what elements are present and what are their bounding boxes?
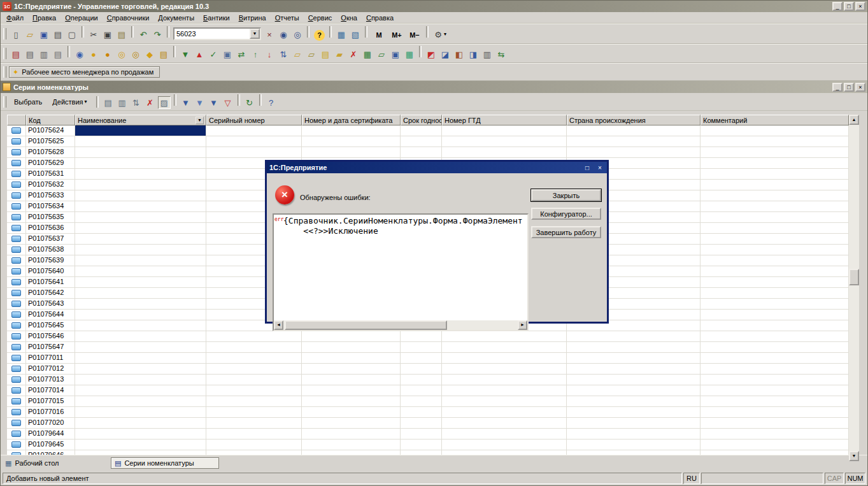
table-cell[interactable]: [701, 375, 849, 385]
spreadsheet-edit-icon[interactable]: ▧: [349, 29, 362, 41]
table-cell[interactable]: [701, 429, 849, 440]
row-selector-cell[interactable]: [7, 158, 26, 169]
table-cell[interactable]: [442, 125, 567, 136]
table-cell[interactable]: [701, 364, 849, 375]
combobox-dropdown-icon[interactable]: ▼: [250, 29, 260, 39]
workspace-tab[interactable]: ✦ Рабочее место менеджера по продажам: [9, 66, 160, 78]
row-selector-cell[interactable]: [7, 375, 26, 385]
table-cell[interactable]: [701, 169, 849, 180]
table-cell[interactable]: [701, 310, 849, 320]
table-cell[interactable]: [75, 320, 206, 331]
table-cell[interactable]: [567, 331, 701, 342]
table-cell-code[interactable]: P01075643: [26, 299, 75, 310]
table-cell[interactable]: [206, 396, 302, 407]
scroll-up-icon[interactable]: ▲: [849, 115, 859, 125]
row-selector-cell[interactable]: [7, 266, 26, 277]
table-cell-code[interactable]: P01075636: [26, 223, 75, 234]
row-selector-cell[interactable]: [7, 223, 26, 234]
row-selector-cell[interactable]: [7, 385, 26, 396]
customers-icon[interactable]: ◩: [425, 48, 438, 61]
filter-icon[interactable]: ▼: [180, 96, 192, 109]
price-document-icon[interactable]: ▤: [157, 48, 170, 61]
money-lock-icon[interactable]: ◎: [129, 48, 142, 61]
table-cell[interactable]: [442, 418, 567, 429]
table-cell[interactable]: [701, 245, 849, 255]
table-cell-code[interactable]: P01075647: [26, 342, 75, 353]
table-cell[interactable]: [75, 158, 206, 169]
counterparty-search-icon[interactable]: ◉: [73, 48, 86, 61]
menu-item-правка[interactable]: Правка: [28, 13, 60, 23]
table-cell[interactable]: [206, 429, 302, 440]
sort-icon[interactable]: ⇅: [130, 96, 143, 109]
table-cell-code[interactable]: P01075640: [26, 266, 75, 277]
table-cell[interactable]: [302, 418, 401, 429]
table-cell[interactable]: [701, 234, 849, 245]
redo-icon[interactable]: ↷: [151, 29, 164, 41]
calc-memory-icon[interactable]: М: [371, 29, 387, 41]
scroll-left-icon[interactable]: ◄: [274, 320, 283, 330]
folder-add-icon[interactable]: ▱: [375, 48, 388, 61]
table-cell[interactable]: [302, 147, 401, 158]
table-cell[interactable]: [701, 299, 849, 310]
table-cell[interactable]: [701, 201, 849, 212]
table-cell[interactable]: [701, 158, 849, 169]
table-cell[interactable]: [701, 440, 849, 450]
minimize-button[interactable]: _: [832, 2, 843, 11]
doc-approved-icon[interactable]: ✓: [207, 48, 220, 61]
row-selector-cell[interactable]: [7, 255, 26, 266]
row-selector-cell[interactable]: [7, 245, 26, 255]
row-selector-cell[interactable]: [7, 320, 26, 331]
doc-transfer-icon[interactable]: ⇅: [277, 48, 290, 61]
table-cell[interactable]: [302, 385, 401, 396]
table-cell[interactable]: [302, 375, 401, 385]
table-cell-code[interactable]: P01075632: [26, 180, 75, 190]
table-cell-code[interactable]: P01075635: [26, 212, 75, 223]
row-selector-cell[interactable]: [7, 212, 26, 223]
table-cell[interactable]: [701, 223, 849, 234]
row-selector-cell[interactable]: [7, 169, 26, 180]
table-cell[interactable]: [75, 375, 206, 385]
table-cell[interactable]: [567, 396, 701, 407]
doc-up-icon[interactable]: ↑: [249, 48, 262, 61]
menu-item-сервис[interactable]: Сервис: [304, 13, 337, 23]
find-next-icon[interactable]: ◎: [291, 29, 304, 41]
table-cell[interactable]: [401, 136, 442, 147]
hierarchy-list-icon[interactable]: ▤: [102, 96, 115, 109]
table-cell[interactable]: [75, 180, 206, 190]
suppliers-icon[interactable]: ◪: [439, 48, 452, 61]
row-selector-cell[interactable]: [7, 277, 26, 288]
row-selector-cell[interactable]: [7, 299, 26, 310]
data-exchange-icon[interactable]: ⇆: [495, 48, 508, 61]
table-cell-code[interactable]: P01075629: [26, 158, 75, 169]
table-cell[interactable]: [701, 288, 849, 299]
table-cell[interactable]: [701, 125, 849, 136]
calc-memory-minus-icon[interactable]: М−: [406, 29, 423, 41]
shutdown-button[interactable]: Завершить работу: [531, 226, 601, 238]
table-cell[interactable]: [701, 190, 849, 201]
menu-item-витрина[interactable]: Витрина: [234, 13, 271, 23]
table-cell[interactable]: [75, 364, 206, 375]
table-cell-code[interactable]: P01075646: [26, 331, 75, 342]
menu-item-документы[interactable]: Документы: [153, 13, 199, 23]
scroll-down-icon[interactable]: ▼: [849, 451, 859, 461]
table-cell[interactable]: [401, 125, 442, 136]
taskbar-tab-series[interactable]: ▤ Серии номенклатуры: [111, 457, 219, 469]
table-cell[interactable]: [401, 342, 442, 353]
table-cell[interactable]: [75, 310, 206, 320]
column-header-2[interactable]: Наименование▼: [75, 115, 206, 125]
row-selector-cell[interactable]: [7, 190, 26, 201]
quick-search-combobox[interactable]: ▼: [173, 27, 261, 40]
table-cell[interactable]: [302, 364, 401, 375]
table-cell[interactable]: [401, 407, 442, 418]
edit-form-icon[interactable]: ▨: [158, 96, 171, 109]
table-cell[interactable]: [206, 364, 302, 375]
table-cell-code[interactable]: P01079645: [26, 440, 75, 450]
cut-icon[interactable]: ✂: [87, 29, 100, 41]
row-selector-cell[interactable]: [7, 234, 26, 245]
undo-icon[interactable]: ↶: [137, 29, 150, 41]
red-ledger-icon[interactable]: ▤: [10, 48, 22, 61]
table-cell[interactable]: [75, 234, 206, 245]
scrollbar-thumb[interactable]: [849, 269, 859, 285]
menu-item-отчеты[interactable]: Отчеты: [271, 13, 304, 23]
table-cell[interactable]: [206, 418, 302, 429]
